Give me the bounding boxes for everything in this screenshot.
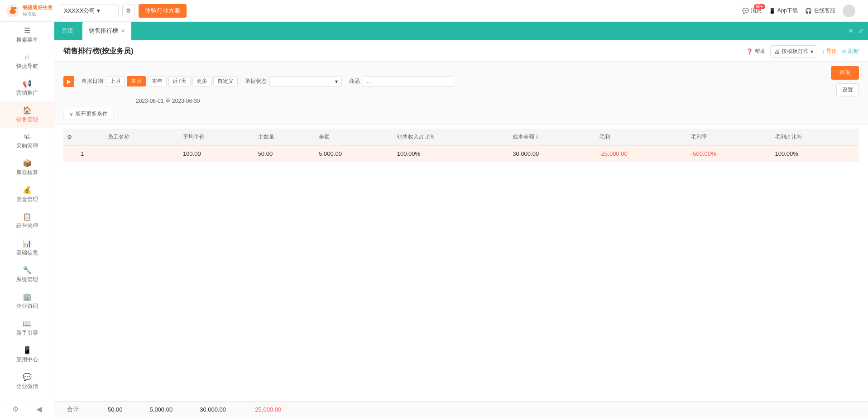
avatar[interactable]	[843, 5, 855, 17]
expand-more-label: 展开更多条件	[75, 110, 108, 118]
sidebar-item-label: 企业协同	[16, 302, 38, 310]
date-btn-more[interactable]: 更多	[192, 76, 211, 86]
table-footer: 合计 50.00 5,000.00 30,000.00 -25,000.00	[54, 401, 868, 417]
date-btn-custom[interactable]: 自定义	[213, 76, 238, 86]
guide-icon: 📖	[23, 319, 32, 328]
date-btn-this-year[interactable]: 本年	[148, 76, 167, 86]
print-icon: 🖨	[774, 48, 780, 55]
sidebar-item-wechat[interactable]: 💬 企业微信	[0, 368, 54, 395]
goods-label: 商品	[349, 77, 360, 85]
settings-button[interactable]: 设置	[836, 83, 859, 96]
data-table: ⚙ 员工名称 平均单价 主数量 全额 销售收入占比% 成本全额 ℹ 毛利 毛利率	[63, 129, 859, 162]
app-download-label: App下载	[777, 7, 798, 14]
home-icon: ⌂	[25, 53, 29, 61]
app-download-button[interactable]: 📱 App下载	[769, 7, 798, 14]
sidebar-item-search[interactable]: ☰ 搜索菜单	[0, 22, 54, 48]
th-profit-pct: 毛利占比%	[772, 129, 859, 146]
date-btn-7days[interactable]: 近7天	[168, 76, 191, 86]
th-profit: 毛利	[596, 129, 687, 146]
refresh-button[interactable]: ↺ 刷新	[842, 48, 859, 55]
trial-button[interactable]: 体验行业方案	[139, 4, 187, 18]
finance-icon: 💰	[23, 186, 32, 194]
sidebar-item-label: 销售管理	[16, 116, 38, 124]
sidebar-item-basic[interactable]: 📊 基础信息	[0, 235, 54, 261]
tab-sales-ranking[interactable]: 销售排行榜 ✕	[82, 22, 131, 40]
sidebar-item-label: 企业微信	[16, 383, 38, 390]
sidebar-item-operations[interactable]: 📋 经营管理	[0, 208, 54, 235]
goods-input[interactable]: ...	[363, 76, 453, 87]
sales-icon: 🏠	[23, 106, 32, 115]
sidebar-item-purchase[interactable]: 🛍 采购管理	[0, 128, 54, 154]
inventory-icon: 📦	[23, 159, 32, 168]
chevron-down-icon: ▾	[97, 7, 100, 14]
th-rank	[77, 129, 104, 146]
date-range-display: 2023-06-01 至 2023-06-30	[136, 98, 200, 104]
sidebar-item-label: 快捷导航	[16, 62, 38, 70]
settings-icon[interactable]: ⚙	[122, 5, 135, 17]
sidebar-item-apps[interactable]: 📱 应用中心	[0, 341, 54, 368]
sidebar-item-label: 库存核算	[16, 169, 38, 177]
export-button[interactable]: ↓ 导出	[822, 48, 837, 55]
sidebar-item-finance[interactable]: 💰 资金管理	[0, 181, 54, 208]
th-settings[interactable]: ⚙	[63, 129, 77, 146]
tab-close-icon[interactable]: ✕	[121, 28, 125, 34]
sidebar-item-marketing[interactable]: 📢 营销推广	[0, 75, 54, 101]
sidebar-item-member[interactable]: V 畅会员	[0, 395, 54, 401]
sidebar-item-label: 搜索菜单	[16, 36, 38, 44]
help-button[interactable]: ❓ 帮助	[746, 48, 766, 55]
app-title: 畅捷通好生意	[23, 4, 53, 11]
sidebar-collapse-icon[interactable]: ◀	[36, 405, 42, 413]
date-btn-last-month[interactable]: 上月	[106, 76, 125, 86]
footer-cost: 30,000.00	[200, 406, 226, 413]
td-profit-pct: 100.00%	[772, 146, 859, 162]
sidebar-item-label: 应用中心	[16, 356, 38, 364]
mobile-icon: 📱	[769, 8, 776, 14]
status-chevron-icon: ▾	[335, 78, 338, 85]
td-avg-price: 100.00	[179, 146, 254, 162]
sidebar-item-label: 经营管理	[16, 222, 38, 230]
td-cost: 30,000.00	[509, 146, 595, 162]
tab-home[interactable]: 首页	[54, 22, 81, 40]
headset-icon: 🎧	[805, 8, 812, 14]
th-qty: 主数量	[254, 129, 316, 146]
search-menu-icon: ☰	[24, 26, 30, 35]
sidebar-item-corp[interactable]: 🏢 企业协同	[0, 288, 54, 315]
table-wrapper: ⚙ 员工名称 平均单价 主数量 全额 销售收入占比% 成本全额 ℹ 毛利 毛利率	[54, 125, 868, 401]
status-select[interactable]: ▾	[269, 76, 342, 87]
operations-icon: 📋	[23, 212, 32, 221]
page-title: 销售排行榜(按业务员)	[63, 47, 134, 56]
expand-more-button[interactable]: ∨ 展开更多条件	[63, 108, 114, 120]
th-avg-price: 平均单价	[179, 129, 254, 146]
sidebar-item-label: 基础信息	[16, 249, 38, 257]
footer-profit: -25,000.00	[253, 406, 281, 413]
print-button[interactable]: 🖨 按模板打印 ▾	[770, 45, 817, 58]
sidebar-settings-icon[interactable]: ⚙	[12, 405, 19, 413]
filter-toggle-btn[interactable]: ▶	[63, 76, 74, 87]
export-label: 导出	[826, 48, 837, 55]
table-row: 1 100.00 50.00 5,000.00 100.00% 30,000.0…	[63, 146, 859, 162]
app-logo-icon	[5, 4, 20, 18]
sidebar-item-label: 营销推广	[16, 89, 38, 97]
date-btn-this-month[interactable]: 本月	[127, 76, 146, 86]
sidebar-item-label: 新手引导	[16, 329, 38, 337]
query-button[interactable]: 查询	[831, 66, 859, 80]
online-service-button[interactable]: 🎧 在线客服	[805, 7, 835, 14]
sidebar-item-inventory[interactable]: 📦 库存核算	[0, 154, 54, 181]
td-rank: 1	[77, 146, 104, 162]
marketing-icon: 📢	[23, 79, 32, 88]
td-profit-rate: -500.00%	[687, 146, 772, 162]
footer-label: 合计	[67, 405, 79, 413]
refresh-label: 刷新	[848, 48, 859, 55]
tab-expand-icon[interactable]: ⤢	[858, 27, 863, 34]
sidebar-item-sales[interactable]: 🏠 销售管理	[0, 101, 54, 128]
message-button[interactable]: 💬 消息 99+	[742, 7, 762, 14]
company-selector[interactable]: XXXXX公司 ▾	[60, 5, 119, 17]
sidebar-item-guide[interactable]: 📖 新手引导	[0, 315, 54, 341]
sidebar-item-system[interactable]: 🔧 系统管理	[0, 261, 54, 288]
basic-icon: 📊	[23, 239, 32, 248]
print-label: 按模板打印	[782, 48, 809, 55]
tab-home-label: 首页	[62, 27, 73, 35]
sidebar-item-shortcut[interactable]: ⌂ 快捷导航	[0, 48, 54, 75]
goods-filter: 商品 ...	[349, 76, 453, 87]
tab-minimize-icon[interactable]: ✕	[848, 27, 854, 34]
